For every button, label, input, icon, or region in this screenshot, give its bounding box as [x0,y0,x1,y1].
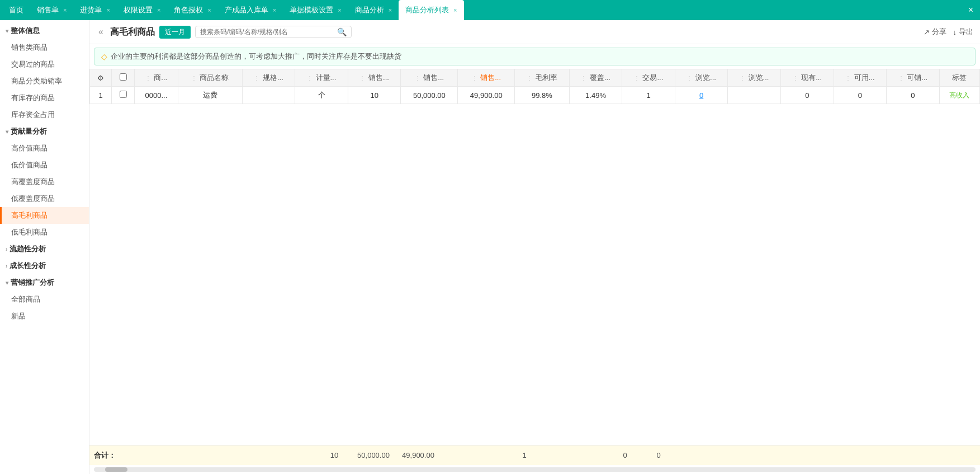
tab-role-auth[interactable]: 角色授权 × [167,0,217,20]
table-header-row: ⚙ ⋮ 商... ⋮ 商品名称 [90,69,980,87]
tab-close-inbound[interactable]: × [273,7,276,13]
tab-bar: 首页 销售单 × 进货单 × 权限设置 × 角色授权 × 产成品入库单 × 单据… [0,0,980,20]
col-settings[interactable]: ⚙ [90,69,112,87]
resizer-icon: ⋮ [845,75,851,81]
sidebar-item-low-value[interactable]: 低价值商品 [0,157,89,173]
search-input[interactable] [200,28,335,36]
resizer-icon: ⋮ [191,75,197,81]
footer-bar: 合计： 10 50,000.00 49,900.00 1 0 0 [89,445,980,465]
arrow-icon-contribution: ▾ [6,129,8,135]
search-box: 🔍 [195,26,352,38]
cell-tag: 高收入 [939,87,979,104]
tab-close-purchase[interactable]: × [106,7,110,13]
sidebar-item-high-coverage[interactable]: 高覆盖度商品 [0,173,89,190]
tab-close-template[interactable]: × [338,7,341,13]
tab-template-settings[interactable]: 单据模板设置 × [283,0,348,20]
footer-label: 合计： [94,450,139,461]
export-button[interactable]: ↓ 导出 [953,27,974,37]
sidebar-item-all-goods[interactable]: 全部商品 [0,291,89,308]
sidebar-item-stock-capital[interactable]: 库存资金占用 [0,106,89,123]
col-current-stock[interactable]: ⋮ 现有... [780,69,834,87]
sidebar-group-growth[interactable]: › 成长性分析 [0,257,89,274]
select-all-checkbox[interactable] [120,73,127,81]
cell-trade-count: 1 [622,87,675,104]
sidebar-group-trend[interactable]: › 流趋性分析 [0,241,89,257]
tab-home[interactable]: 首页 [2,0,30,20]
sidebar-item-sales-goods[interactable]: 销售类商品 [0,39,89,56]
cell-code: 0000... [135,87,178,104]
scrollbar-thumb[interactable] [105,467,127,472]
window-close-btn[interactable]: × [964,5,978,15]
footer-spacer3 [172,451,206,459]
cell-current-stock: 0 [780,87,834,104]
sidebar-item-traded-goods[interactable]: 交易过的商品 [0,56,89,73]
col-checkbox[interactable] [112,69,135,87]
col-view2[interactable]: ⋮ 浏览... [728,69,781,87]
horizontal-scrollbar[interactable] [94,467,976,472]
tab-product-analysis[interactable]: 商品分析 × [348,0,399,20]
sidebar-collapse-btn[interactable]: « [96,25,106,39]
tab-close-role[interactable]: × [207,7,211,13]
tab-close-permission[interactable]: × [157,7,160,13]
resizer-icon: ⋮ [581,75,586,81]
footer-spacer4 [206,451,256,459]
search-icon[interactable]: 🔍 [337,27,347,36]
sidebar-item-new-goods[interactable]: 新品 [0,308,89,325]
resizer-icon: ⋮ [687,75,692,81]
col-sales-profit[interactable]: ⋮ 销售... [458,69,515,87]
col-sellable-stock[interactable]: ⋮ 可销... [887,69,940,87]
tab-sales-order[interactable]: 销售单 × [30,0,73,20]
sidebar-item-high-value[interactable]: 高价值商品 [0,140,89,157]
export-icon: ↓ [953,28,957,36]
resizer-icon: ⋮ [359,75,365,81]
footer-spacer10 [575,451,608,459]
tab-close-analysis-list[interactable]: × [453,7,457,13]
col-gross-margin[interactable]: ⋮ 毛利率 [515,69,570,87]
col-unit[interactable]: ⋮ 计量... [295,69,348,87]
cell-sales-qty: 10 [348,87,401,104]
sidebar-item-high-margin[interactable]: 高毛利商品 [0,207,89,224]
tab-product-inbound[interactable]: 产成品入库单 × [218,0,283,20]
share-button[interactable]: ↗ 分享 [924,27,946,37]
sidebar-group-contribution[interactable]: ▾ 贡献量分析 [0,123,89,140]
sidebar-item-in-stock[interactable]: 有库存的商品 [0,90,89,106]
arrow-icon-growth: › [6,263,7,269]
tab-close-analysis[interactable]: × [389,7,392,13]
sidebar-item-category-assist[interactable]: 商品分类助销率 [0,73,89,90]
col-sales-amount[interactable]: ⋮ 销售... [401,69,458,87]
footer-current-stock: 0 [608,451,642,459]
col-available-stock[interactable]: ⋮ 可用... [834,69,887,87]
tab-permission-settings[interactable]: 权限设置 × [117,0,167,20]
footer-sales-amount: 50,000.00 [351,451,396,459]
col-sales-qty[interactable]: ⋮ 销售... [348,69,401,87]
col-code[interactable]: ⋮ 商... [135,69,178,87]
col-name[interactable]: ⋮ 商品名称 [178,69,242,87]
cell-checkbox[interactable] [112,87,135,104]
tab-purchase-order[interactable]: 进货单 × [73,0,116,20]
share-icon: ↗ [924,28,930,36]
arrow-icon-overall: ▾ [6,28,8,34]
footer-sales-qty: 10 [318,451,351,459]
tab-product-analysis-list[interactable]: 商品分析列表 × [399,0,463,20]
resizer-icon: ⋮ [145,75,151,81]
col-coverage[interactable]: ⋮ 覆盖... [569,69,622,87]
tip-icon: ◇ [101,52,107,61]
sidebar-group-marketing[interactable]: ▾ 营销推广分析 [0,274,89,291]
footer-cells: 10 50,000.00 49,900.00 1 0 0 [139,451,976,459]
sidebar-group-overall[interactable]: ▾ 整体信息 [0,22,89,39]
col-view1[interactable]: ⋮ 浏览... [675,69,728,87]
sidebar-item-low-coverage[interactable]: 低覆盖度商品 [0,190,89,207]
period-button[interactable]: 近一月 [159,26,191,39]
cell-view1[interactable]: 0 [675,87,728,104]
col-trade-count[interactable]: ⋮ 交易... [622,69,675,87]
tab-close-sales[interactable]: × [63,7,67,13]
footer-spacer2 [155,451,172,459]
col-spec[interactable]: ⋮ 规格... [242,69,295,87]
table-wrapper[interactable]: ⚙ ⋮ 商... ⋮ 商品名称 [89,69,980,445]
cell-gross-margin: 99.8% [515,87,570,104]
cell-index: 1 [90,87,112,104]
cell-sales-amount: 50,000.00 [401,87,458,104]
col-tag[interactable]: 标签 [939,69,979,87]
sidebar-item-low-margin[interactable]: 低毛利商品 [0,224,89,241]
row-checkbox[interactable] [120,91,127,98]
